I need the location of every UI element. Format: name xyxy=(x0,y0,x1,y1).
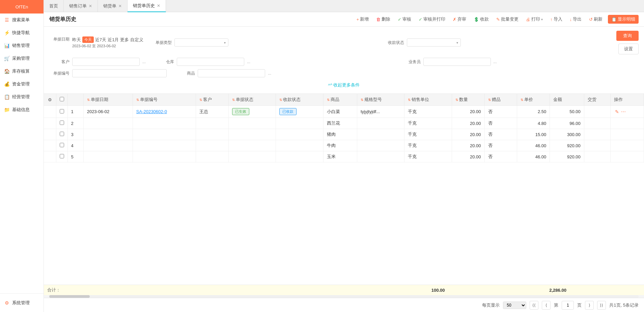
goods-input[interactable] xyxy=(198,69,265,77)
sales-icon: 📊 xyxy=(4,43,9,48)
page-number-input[interactable] xyxy=(562,301,574,310)
goods-ellipsis[interactable]: ... xyxy=(268,71,271,76)
tab-sales-history[interactable]: 销货单历史 ✕ xyxy=(128,0,166,12)
th-docstatus[interactable]: ⇅单据状态 xyxy=(229,94,276,106)
row-checkbox[interactable] xyxy=(60,121,64,125)
tab-sales-goods-close[interactable]: ✕ xyxy=(118,4,122,8)
export-button[interactable]: ↓ 导出 xyxy=(568,15,584,24)
sidebar-item-basicinfo[interactable]: 📁 基础信息 xyxy=(0,103,44,116)
review-button[interactable]: ✓ 审核 xyxy=(396,15,413,24)
scrollbar-thumb[interactable] xyxy=(49,295,90,298)
th-date[interactable]: ⇅单据日期 xyxy=(83,94,133,106)
import-button[interactable]: ↑ 导入 xyxy=(548,15,564,24)
last-page-btn[interactable]: ⟩⟩ xyxy=(597,301,606,310)
td-checkbox[interactable] xyxy=(56,151,67,162)
collapse-button[interactable]: ^ ^ 收起更多条件 xyxy=(49,81,639,89)
show-detail-label: 显示明细 xyxy=(618,16,635,22)
shortcut-today[interactable]: 今天 xyxy=(82,36,94,43)
delete-button[interactable]: 🗑 删除 xyxy=(374,15,392,24)
th-unitprice[interactable]: ⇅单价 xyxy=(517,94,550,106)
print-button[interactable]: 🖨 打印 ▾ xyxy=(524,15,545,24)
td-docno: SA-20230602-0 xyxy=(133,106,196,118)
tab-home[interactable]: 首页 xyxy=(44,0,64,12)
warehouse-ellipsis[interactable]: ... xyxy=(247,59,250,64)
shortcut-1month[interactable]: 近1月 xyxy=(108,37,119,43)
shortcut-custom[interactable]: 自定义 xyxy=(130,37,143,43)
batch-change-button[interactable]: ✎ 批量变更 xyxy=(494,15,521,24)
td-goods: 小白菜 xyxy=(323,106,357,118)
th-spec[interactable]: ⇅规格型号 xyxy=(357,94,404,106)
shortcut-more[interactable]: 更多 xyxy=(120,37,129,43)
th-checkbox[interactable] xyxy=(56,94,67,106)
horizontal-scrollbar[interactable] xyxy=(49,295,639,298)
per-page-select[interactable]: 50 20 100 xyxy=(503,302,526,309)
query-button[interactable]: 查询 xyxy=(616,31,639,41)
row-checkbox[interactable] xyxy=(60,132,64,136)
sidebar-item-sales[interactable]: 📊 销售管理 xyxy=(0,39,44,52)
sidebar-item-search[interactable]: ☰ 搜索菜单 xyxy=(0,14,44,26)
filter-row-3: 单据编号 商品 ... xyxy=(49,69,639,77)
sidebar-item-inventory[interactable]: 🏠 库存核算 xyxy=(0,65,44,78)
staff-input[interactable] xyxy=(423,58,491,66)
td-checkbox[interactable] xyxy=(56,106,67,118)
th-gift[interactable]: ⇅赠品 xyxy=(484,94,517,106)
next-page-btn[interactable]: ⟩ xyxy=(585,301,594,310)
tab-sales-history-close[interactable]: ✕ xyxy=(157,3,160,8)
warehouse-input[interactable] xyxy=(177,58,244,66)
edit-action[interactable]: ✎ xyxy=(615,109,619,114)
sidebar-item-operations[interactable]: 📋 经营管理 xyxy=(0,90,44,103)
new-button[interactable]: + 新增 xyxy=(354,15,371,24)
th-qty[interactable]: ⇅数量 xyxy=(452,94,484,106)
td-checkbox[interactable] xyxy=(56,118,67,129)
collect-button[interactable]: 💲 收款 xyxy=(472,15,491,24)
refresh-button[interactable]: ↺ 刷新 xyxy=(587,15,605,24)
doc-no-link[interactable]: SA-20230602-0 xyxy=(136,109,167,114)
th-docno[interactable]: ⇅单据编号 xyxy=(133,94,196,106)
select-all-checkbox[interactable] xyxy=(60,97,64,101)
import-icon: ↑ xyxy=(550,17,553,22)
customer-ellipsis[interactable]: ... xyxy=(142,59,146,64)
shortcut-7days[interactable]: 近7天 xyxy=(95,37,106,43)
payment-status-select[interactable] xyxy=(407,38,461,47)
doc-type-select[interactable] xyxy=(174,38,228,47)
setting-button[interactable]: 设置 xyxy=(618,44,639,54)
doc-number-input[interactable] xyxy=(72,69,167,77)
customer-group: 客户 ... xyxy=(49,58,146,66)
sidebar-item-label: 采购管理 xyxy=(12,55,30,61)
td-docno xyxy=(133,151,196,162)
review-print-button[interactable]: ✓ 审核并打印 xyxy=(417,15,447,24)
first-page-btn[interactable]: ⟨⟨ xyxy=(530,301,538,310)
th-goods[interactable]: ⇅商品 xyxy=(323,94,357,106)
th-settings[interactable]: ⚙ xyxy=(44,94,56,106)
row-checkbox[interactable] xyxy=(60,109,64,113)
th-unit[interactable]: ⇅销售单位 xyxy=(404,94,452,106)
td-unit: 千克 xyxy=(404,151,452,162)
staff-ellipsis[interactable]: ... xyxy=(494,59,497,64)
show-detail-button[interactable]: 📋 显示明细 xyxy=(608,15,639,24)
abandon-button[interactable]: ✗ 弃审 xyxy=(451,15,468,24)
row-checkbox[interactable] xyxy=(60,154,64,158)
sidebar-item-label: 搜索菜单 xyxy=(12,17,30,23)
sidebar-item-system[interactable]: ⚙ 系统管理 xyxy=(0,296,44,309)
sidebar-item-finance[interactable]: 💰 资金管理 xyxy=(0,78,44,90)
th-customer[interactable]: ⇅客户 xyxy=(196,94,229,106)
prev-page-btn[interactable]: ⟨ xyxy=(542,301,551,310)
sidebar-item-quicknav[interactable]: ⚡ 快捷导航 xyxy=(0,26,44,39)
sidebar-item-purchase[interactable]: 🛒 采购管理 xyxy=(0,52,44,65)
customer-input[interactable] xyxy=(72,58,140,66)
th-paymentstatus[interactable]: ⇅收款状态 xyxy=(276,94,323,106)
td-qty: 20.00 xyxy=(452,151,484,162)
tab-sales-order[interactable]: 销售订单 ✕ xyxy=(64,0,98,12)
td-checkbox[interactable] xyxy=(56,140,67,151)
tab-sales-goods[interactable]: 销货单 ✕ xyxy=(98,0,128,12)
td-checkbox[interactable] xyxy=(56,129,67,140)
row-checkbox[interactable] xyxy=(60,143,64,147)
print-arrow: ▾ xyxy=(541,18,543,21)
td-date xyxy=(83,151,133,162)
shortcut-yesterday[interactable]: 昨天 xyxy=(72,37,81,43)
refresh-icon: ↺ xyxy=(589,17,593,22)
tab-sales-order-close[interactable]: ✕ xyxy=(89,4,92,8)
more-action[interactable]: ⋯ xyxy=(621,109,626,114)
td-amount: 50.00 xyxy=(550,106,584,118)
sidebar-item-label: 库存核算 xyxy=(12,68,30,74)
